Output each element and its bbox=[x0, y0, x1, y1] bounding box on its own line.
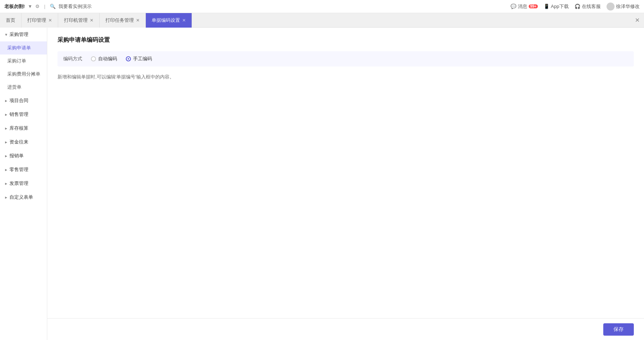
sidebar: ▼ 采购管理 采购申请单 采购订单 采购费用分摊单 进货单 ► 项目合同 ► 销… bbox=[0, 28, 47, 340]
tab-print-management-label: 打印管理 bbox=[27, 17, 46, 24]
sidebar-group-retail-management-label: 零售管理 bbox=[9, 166, 28, 173]
tab-printer-management[interactable]: 打印机管理 ✕ bbox=[58, 13, 100, 28]
demo-text[interactable]: 我要看实例演示 bbox=[59, 3, 92, 10]
radio-auto-encode-circle[interactable] bbox=[91, 56, 96, 61]
radio-manual-encode-label: 手工编码 bbox=[133, 56, 152, 62]
user-name: 徐泽华修改 bbox=[616, 3, 640, 10]
sidebar-item-purchase-receipt[interactable]: 进货单 bbox=[0, 81, 47, 94]
chevron-right-icon: ► bbox=[4, 195, 8, 199]
sidebar-group-inventory-title[interactable]: ► 库存核算 bbox=[0, 121, 47, 135]
top-bar-right: 💬 消息 99+ 📱 App下载 🎧 在线客服 徐泽华修改 bbox=[511, 3, 640, 11]
chevron-right-icon: ► bbox=[4, 126, 8, 130]
content-footer: 保存 bbox=[47, 318, 644, 340]
sidebar-group-purchase-management: ▼ 采购管理 采购申请单 采购订单 采购费用分摊单 进货单 bbox=[0, 28, 47, 94]
headset-icon: 🎧 bbox=[575, 4, 580, 9]
sidebar-group-custom-forms-label: 自定义表单 bbox=[9, 194, 33, 201]
tab-print-task-management-label: 打印任务管理 bbox=[105, 17, 134, 24]
top-bar: 老板勿割! ▼ ⚙ | 🔍 我要看实例演示 💬 消息 99+ 📱 App下载 🎧… bbox=[0, 0, 644, 13]
message-button[interactable]: 💬 消息 99+ bbox=[511, 3, 538, 10]
sidebar-group-custom-forms-title[interactable]: ► 自定义表单 bbox=[0, 190, 47, 204]
tab-printer-management-label: 打印机管理 bbox=[64, 17, 88, 24]
chevron-right-icon: ► bbox=[4, 99, 8, 103]
sidebar-group-funds-title[interactable]: ► 资金往来 bbox=[0, 135, 47, 149]
user-button[interactable]: 徐泽华修改 bbox=[607, 3, 640, 11]
tab-home[interactable]: 首页 bbox=[0, 13, 21, 28]
avatar bbox=[607, 3, 615, 11]
radio-manual-encode-circle[interactable] bbox=[126, 56, 131, 61]
chevron-right-icon: ► bbox=[4, 182, 8, 186]
sidebar-group-sales-management-title[interactable]: ► 销售管理 bbox=[0, 108, 47, 121]
sidebar-group-returns-label: 报销单 bbox=[9, 153, 24, 159]
sidebar-item-purchase-order[interactable]: 采购订单 bbox=[0, 54, 47, 68]
radio-auto-encode-label: 自动编码 bbox=[98, 56, 117, 62]
sidebar-group-project-contract-label: 项目合同 bbox=[9, 97, 28, 104]
app-logo: 老板勿割! bbox=[4, 3, 25, 10]
radio-auto-encode[interactable]: 自动编码 bbox=[91, 56, 117, 62]
sidebar-item-purchase-expense[interactable]: 采购费用分摊单 bbox=[0, 68, 47, 81]
settings-icon[interactable]: ⚙ bbox=[35, 4, 40, 9]
tab-print-management[interactable]: 打印管理 ✕ bbox=[21, 13, 58, 28]
sidebar-item-purchase-expense-label: 采购费用分摊单 bbox=[7, 71, 40, 77]
tab-single-code-setting-close[interactable]: ✕ bbox=[182, 18, 186, 23]
message-label: 消息 bbox=[518, 3, 527, 10]
online-service-label: 在线客服 bbox=[582, 3, 601, 10]
encode-mode-row: 编码方式 自动编码 手工编码 bbox=[57, 51, 634, 66]
chevron-right-icon: ► bbox=[4, 113, 8, 117]
sidebar-item-purchase-order-label: 采购订单 bbox=[7, 58, 26, 64]
sidebar-group-project-contract-title[interactable]: ► 项目合同 bbox=[0, 94, 47, 108]
sidebar-group-sales-management-label: 销售管理 bbox=[9, 111, 28, 118]
tab-bar-close-all[interactable]: ✕ bbox=[631, 17, 644, 24]
sidebar-group-purchase-management-title[interactable]: ▼ 采购管理 bbox=[0, 28, 47, 41]
radio-manual-encode[interactable]: 手工编码 bbox=[126, 56, 152, 62]
tab-single-code-setting-label: 单据编码设置 bbox=[152, 17, 180, 24]
app-download-icon: 📱 bbox=[544, 4, 549, 9]
content-body: 采购申请单编码设置 编码方式 自动编码 手工编码 新增和编辑单据时,可以编辑'单… bbox=[47, 28, 644, 318]
demo-icon: 🔍 bbox=[50, 4, 56, 9]
tab-printer-management-close[interactable]: ✕ bbox=[90, 18, 93, 23]
sidebar-group-purchase-management-label: 采购管理 bbox=[9, 31, 28, 38]
top-bar-left: 老板勿割! ▼ ⚙ | 🔍 我要看实例演示 bbox=[4, 3, 92, 10]
tab-home-label: 首页 bbox=[6, 17, 15, 24]
chevron-right-icon: ► bbox=[4, 140, 8, 144]
tab-bar: 首页 打印管理 ✕ 打印机管理 ✕ 打印任务管理 ✕ 单据编码设置 ✕ ✕ bbox=[0, 13, 644, 28]
page-title: 采购申请单编码设置 bbox=[57, 36, 634, 44]
chevron-right-icon: ► bbox=[4, 168, 8, 172]
online-service-button[interactable]: 🎧 在线客服 bbox=[575, 3, 601, 10]
sidebar-item-purchase-receipt-label: 进货单 bbox=[7, 84, 21, 90]
tab-single-code-setting[interactable]: 单据编码设置 ✕ bbox=[146, 13, 192, 28]
message-icon: 💬 bbox=[511, 4, 516, 9]
hint-text: 新增和编辑单据时,可以编辑'单据编号'输入框中的内容。 bbox=[57, 74, 634, 80]
sidebar-group-inventory-label: 库存核算 bbox=[9, 125, 28, 131]
tab-print-management-close[interactable]: ✕ bbox=[48, 18, 52, 23]
app-download-label: App下载 bbox=[551, 3, 569, 10]
sidebar-group-retail-management-title[interactable]: ► 零售管理 bbox=[0, 163, 47, 177]
app-download-button[interactable]: 📱 App下载 bbox=[544, 3, 569, 10]
tab-print-task-management-close[interactable]: ✕ bbox=[136, 18, 140, 23]
sidebar-group-invoice-management-label: 发票管理 bbox=[9, 180, 28, 187]
sidebar-group-returns-title[interactable]: ► 报销单 bbox=[0, 149, 47, 163]
save-button[interactable]: 保存 bbox=[603, 323, 634, 336]
dropdown-icon[interactable]: ▼ bbox=[28, 4, 32, 9]
message-badge: 99+ bbox=[529, 4, 538, 8]
main-content: 采购申请单编码设置 编码方式 自动编码 手工编码 新增和编辑单据时,可以编辑'单… bbox=[47, 28, 644, 340]
sidebar-group-funds-label: 资金往来 bbox=[9, 139, 28, 145]
sidebar-item-purchase-request-label: 采购申请单 bbox=[7, 45, 31, 50]
sidebar-group-invoice-management-title[interactable]: ► 发票管理 bbox=[0, 177, 47, 190]
sidebar-item-purchase-request[interactable]: 采购申请单 bbox=[0, 41, 47, 54]
tab-print-task-management[interactable]: 打印任务管理 ✕ bbox=[100, 13, 146, 28]
encode-label: 编码方式 bbox=[63, 56, 82, 62]
chevron-down-icon: ▼ bbox=[4, 33, 8, 37]
main-layout: ▼ 采购管理 采购申请单 采购订单 采购费用分摊单 进货单 ► 项目合同 ► 销… bbox=[0, 28, 644, 340]
chevron-right-icon: ► bbox=[4, 154, 8, 158]
